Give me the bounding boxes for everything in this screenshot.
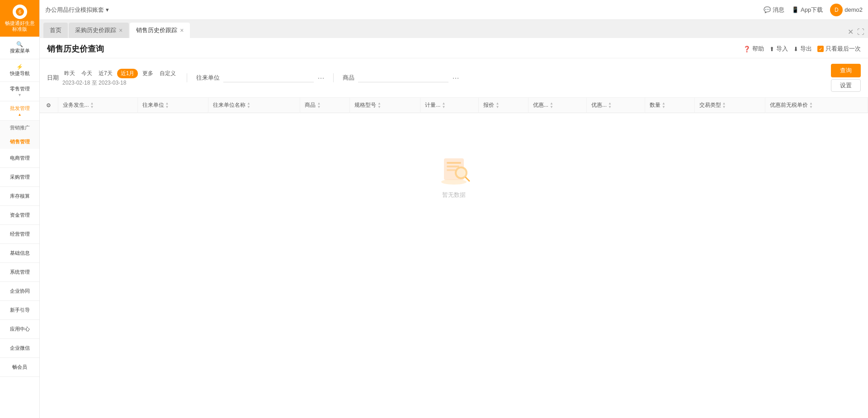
topbar: 办公用品行业模拟账套 ▾ 💬 消息 📱 App下载 D demo2 <box>40 0 868 20</box>
message-button[interactable]: 💬 消息 <box>764 6 784 14</box>
settings-button[interactable]: 设置 <box>831 79 861 92</box>
download-icon: 📱 <box>792 6 799 13</box>
export-label: 导出 <box>800 45 812 53</box>
th-discount1[interactable]: 优惠... ▲▼ <box>528 98 586 113</box>
th-partner-code-label: 往来单位 <box>142 101 164 109</box>
supplier-dots[interactable]: ··· <box>317 73 324 83</box>
page-actions: ❓ 帮助 ⬆ 导入 ⬇ 导出 ✓ 只看最后一次 <box>743 45 861 53</box>
sort-arrows-partner-name: ▲▼ <box>247 102 250 109</box>
tab-home-label: 首页 <box>50 26 61 34</box>
sidebar-enterprise-label: 企业协同 <box>10 288 30 294</box>
svg-rect-4 <box>447 162 461 164</box>
settings-gear-icon: ⚙ <box>46 102 51 109</box>
svg-point-8 <box>457 168 466 177</box>
tab-purchase-close[interactable]: × <box>119 27 123 33</box>
sidebar-item-sales[interactable]: 销售管理 <box>0 135 39 149</box>
th-partner-code[interactable]: 往来单位 ▲▼ <box>137 98 208 113</box>
date-opt-more[interactable]: 更多 <box>141 69 155 78</box>
tab-purchase-history[interactable]: 采购历史价跟踪 × <box>69 23 129 38</box>
help-button[interactable]: ❓ 帮助 <box>743 45 764 53</box>
th-pretax-price[interactable]: 优惠前无税单价 ▲▼ <box>765 98 868 113</box>
page-title: 销售历史价查询 <box>47 43 104 54</box>
th-quantity-label: 数量 <box>650 101 660 109</box>
username: demo2 <box>844 6 863 13</box>
only-last-checkbox[interactable]: ✓ 只看最后一次 <box>817 45 861 53</box>
import-button[interactable]: ⬆ 导入 <box>769 45 788 53</box>
th-date[interactable]: 业务发生... ▲▼ <box>58 98 137 113</box>
import-icon: ⬆ <box>769 46 774 52</box>
sidebar-item-retail[interactable]: 零售管理 ▾ <box>0 82 39 101</box>
date-opt-yesterday[interactable]: 昨天 <box>62 69 77 78</box>
sidebar-item-system[interactable]: 系统管理 <box>0 263 39 282</box>
sidebar-item-enterprise[interactable]: 企业协同 <box>0 282 39 301</box>
date-opt-today[interactable]: 今天 <box>80 69 94 78</box>
date-opt-7days[interactable]: 近7天 <box>97 69 114 78</box>
expand-button[interactable]: ⛶ <box>857 28 864 36</box>
table-header-row: ⚙ 业务发生... ▲▼ 往来单位 ▲▼ <box>40 98 868 113</box>
th-partner-name[interactable]: 往来单位名称 ▲▼ <box>208 98 300 113</box>
th-discount2[interactable]: 优惠... ▲▼ <box>587 98 645 113</box>
sidebar-item-marketing[interactable]: 营销推广 <box>0 121 39 135</box>
date-opt-custom[interactable]: 自定义 <box>158 69 178 78</box>
th-product-label: 商品 <box>305 101 316 109</box>
export-button[interactable]: ⬇ 导出 <box>793 45 812 53</box>
sort-arrows-discount2: ▲▼ <box>608 102 612 109</box>
sidebar-newuser-label: 新手引导 <box>10 307 30 314</box>
sidebar-member-label: 畅会员 <box>12 364 27 370</box>
tab-purchase-label: 采购历史价跟踪 <box>75 26 116 34</box>
th-trade-type-label: 交易类型 <box>699 101 721 109</box>
date-opt-1month[interactable]: 近1月 <box>117 69 138 78</box>
query-button[interactable]: 查询 <box>831 64 861 77</box>
tab-sales-history[interactable]: 销售历史价跟踪 × <box>130 23 190 38</box>
page-header: 销售历史价查询 ❓ 帮助 ⬆ 导入 ⬇ 导出 ✓ 只 <box>40 38 868 58</box>
filter-divider-1 <box>187 73 187 82</box>
only-last-label: 只看最后一次 <box>826 45 861 53</box>
sidebar-item-wechat[interactable]: 企业微信 <box>0 339 39 358</box>
sort-arrows-discount1: ▲▼ <box>550 102 553 109</box>
product-label: 商品 <box>343 74 354 82</box>
sidebar-item-inventory[interactable]: 库存核算 <box>0 187 39 206</box>
sort-arrows-trade-type: ▲▼ <box>722 102 726 109</box>
product-dots[interactable]: ··· <box>452 73 459 83</box>
sidebar-quicknav-label: 快捷导航 <box>10 70 30 77</box>
sidebar-item-basic[interactable]: 基础信息 <box>0 244 39 263</box>
th-price[interactable]: 报价 ▲▼ <box>479 98 528 113</box>
sidebar-item-quicknav[interactable]: ⚡ 快捷导航 <box>0 59 39 82</box>
sidebar-item-search[interactable]: 🔍 搜索菜单 <box>0 37 39 59</box>
th-discount2-label: 优惠... <box>591 101 607 109</box>
tabbar: 首页 采购历史价跟踪 × 销售历史价跟踪 × ✕ ⛶ <box>40 20 868 38</box>
sidebar-item-operations[interactable]: 经营管理 <box>0 225 39 244</box>
sidebar-item-wholesale[interactable]: 批发管理 ▴ <box>0 101 39 121</box>
user-profile[interactable]: D demo2 <box>830 4 863 16</box>
product-filter-group: 商品 ··· <box>343 73 459 83</box>
tab-home[interactable]: 首页 <box>43 23 68 38</box>
tab-sales-close[interactable]: × <box>180 27 184 33</box>
sidebar-retail-label: 零售管理 <box>10 86 30 92</box>
th-product[interactable]: 商品 ▲▼ <box>300 98 349 113</box>
close-all-tabs-button[interactable]: ✕ <box>848 28 854 36</box>
th-pretax-price-label: 优惠前无税单价 <box>770 101 808 109</box>
supplier-filter-group: 往来单位 ··· <box>196 73 324 83</box>
app-download-button[interactable]: 📱 App下载 <box>792 6 823 14</box>
sidebar-wholesale-label: 批发管理 <box>10 105 30 112</box>
th-spec[interactable]: 规格型号 ▲▼ <box>349 98 420 113</box>
supplier-input[interactable] <box>223 73 314 82</box>
sidebar-item-newuser[interactable]: 新手引导 <box>0 301 39 320</box>
app-selector[interactable]: 办公用品行业模拟账套 ▾ <box>45 6 109 14</box>
sidebar-item-appcenter[interactable]: 应用中心 <box>0 320 39 339</box>
app-name: 办公用品行业模拟账套 <box>45 6 104 14</box>
sidebar-search-label: 搜索菜单 <box>10 48 30 54</box>
date-range-display: 2023-02-18 至 2023-03-18 <box>62 79 178 87</box>
product-input[interactable] <box>358 73 448 82</box>
th-settings[interactable]: ⚙ <box>40 98 58 113</box>
sidebar-item-purchase[interactable]: 采购管理 <box>0 168 39 187</box>
tab-sales-label: 销售历史价跟踪 <box>136 26 177 34</box>
th-trade-type[interactable]: 交易类型 ▲▼ <box>694 98 765 113</box>
sidebar-item-ecommerce[interactable]: 电商管理 <box>0 149 39 168</box>
dropdown-arrow-icon: ▾ <box>106 6 109 13</box>
sidebar-item-member[interactable]: 畅会员 <box>0 358 39 377</box>
th-unit[interactable]: 计量... ▲▼ <box>420 98 479 113</box>
sidebar-ecommerce-label: 电商管理 <box>10 155 30 162</box>
th-quantity[interactable]: 数量 ▲▼ <box>645 98 694 113</box>
sidebar-item-finance[interactable]: 资金管理 <box>0 206 39 225</box>
